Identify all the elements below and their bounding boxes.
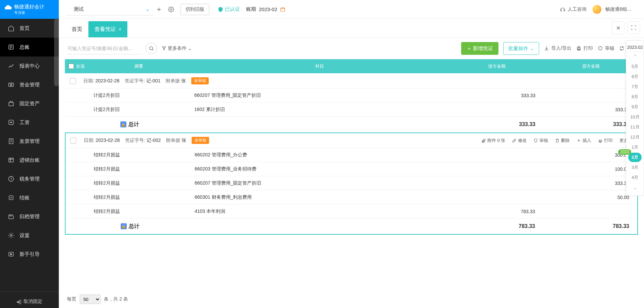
sidebar-item-9[interactable]: 结账 — [0, 188, 59, 207]
period-display: 账期 2023-02 — [246, 6, 285, 12]
app-logo: 畅捷通好会计 专业版 — [0, 0, 59, 19]
sidebar-icon — [7, 62, 15, 70]
user-menu[interactable]: 畅捷通B组... — [593, 5, 631, 14]
import-export-icon — [544, 46, 549, 51]
sidebar-item-3[interactable]: 资金管理 — [0, 75, 59, 94]
voucher-total-row: 🔒总计333.33333.33 — [65, 117, 638, 132]
scrollbar[interactable] — [54, 19, 59, 86]
switch-old-version-button[interactable]: 切到旧版 — [180, 4, 209, 15]
period-month[interactable]: 5月 — [628, 62, 642, 71]
page-size-select[interactable]: 50 — [80, 295, 100, 304]
calendar-icon[interactable] — [280, 7, 285, 12]
pin-icon: ◂|| — [16, 299, 21, 304]
print-button[interactable]: 打印 — [576, 45, 593, 51]
refresh-icon — [619, 46, 625, 51]
batch-operation-button[interactable]: 批量操作⌄ — [503, 42, 539, 55]
voucher-card[interactable]: 日期: 2023-02-28凭证字号: 记-002附单据 张未审核附件 0 张修… — [65, 132, 638, 235]
period-month[interactable]: 4月 — [628, 173, 642, 182]
select-all-checkbox[interactable]: 全选 — [65, 63, 88, 69]
voucher-entry-row[interactable]: 结转2月损益660202 管理费用_办公费300.00 — [66, 148, 637, 162]
sidebar-icon — [7, 213, 15, 220]
svg-rect-3 — [9, 83, 14, 86]
scroll-down-button[interactable]: ⌄ — [633, 183, 637, 192]
period-month[interactable]: 9月 — [628, 102, 642, 112]
insert-button[interactable]: 插入 — [576, 138, 591, 144]
sidebar-icon — [7, 175, 15, 183]
col-summary-header: 摘要 — [88, 63, 189, 69]
sidebar-item-2[interactable]: 报表中心 — [0, 56, 59, 75]
settings-icon-button[interactable] — [165, 3, 177, 15]
tab-view-voucher[interactable]: 查看凭证 × — [88, 21, 127, 37]
sidebar-item-12[interactable]: 新手引导 — [0, 245, 59, 264]
close-icon[interactable]: × — [119, 27, 121, 32]
edit-button[interactable]: 修改 — [512, 138, 527, 144]
sidebar-item-8[interactable]: 税务管理 — [0, 169, 59, 188]
attachment-link[interactable]: 附件 0 张 — [481, 138, 505, 144]
period-month[interactable]: 6月 — [628, 72, 642, 81]
consult-button[interactable]: 人工咨询 — [560, 6, 587, 12]
lock-icon: 🔒 — [121, 223, 127, 229]
sidebar-item-6[interactable]: 发票管理 — [0, 132, 59, 151]
scroll-up-button[interactable]: ⌃ — [633, 52, 637, 61]
sidebar-icon — [7, 156, 15, 164]
sidebar-icon — [7, 43, 15, 51]
more-conditions-button[interactable]: 更多条件 ⌄ — [162, 45, 192, 51]
voucher-entry-row[interactable]: 计提2月折旧660207 管理费用_固定资产折旧333.33 — [65, 88, 638, 103]
search-button[interactable] — [146, 43, 157, 54]
sidebar-icon — [7, 232, 15, 239]
toolbar: 更多条件 ⌄ ＋新增凭证 批量操作⌄ 导入/导出 打印 审核 刷新 — [59, 38, 644, 59]
voucher-entry-row[interactable]: 结转2月损益660301 财务费用_利息费用50.00 — [66, 190, 637, 204]
svg-rect-15 — [578, 46, 579, 48]
sidebar-icon — [7, 81, 15, 88]
grid: 全选 摘要 科目 借方金额 贷方金额 日期: 2023-02-28凭证字号: 记… — [59, 59, 644, 308]
add-company-button[interactable] — [153, 3, 165, 15]
unpin-button[interactable]: ◂|| 取消固定 — [0, 299, 59, 305]
period-month[interactable]: 3月 — [628, 163, 642, 172]
voucher-entry-row[interactable]: 结转2月损益660207 管理费用_固定资产折旧333.33 — [66, 176, 637, 190]
period-month[interactable]: 7月 — [628, 82, 642, 91]
company-name: 测试 — [74, 6, 84, 12]
voucher-total-row: 🔒总计783.33783.33 — [66, 219, 637, 234]
period-value[interactable]: 2023-02 — [259, 6, 277, 12]
top-bar: 测试 ⌄ 切到旧版 已认证 账期 2023-02 人工咨询 畅捷通B组... — [0, 0, 644, 19]
sidebar-item-11[interactable]: 设置 — [0, 226, 59, 245]
sidebar-item-1[interactable]: 总账 — [0, 38, 59, 56]
import-export-button[interactable]: 导入/导出 — [544, 45, 571, 51]
row-checkbox[interactable] — [70, 138, 76, 144]
svg-point-0 — [170, 8, 172, 10]
sidebar-item-10[interactable]: 归档管理 — [0, 207, 59, 226]
sidebar-item-0[interactable]: 首页 — [0, 19, 59, 38]
voucher-entry-row[interactable]: 结转2月损益660203 管理费用_业务招待费100.00 — [66, 162, 637, 176]
delete-button[interactable]: 删除 — [555, 138, 570, 144]
sidebar-item-7[interactable]: 进销台账 — [0, 151, 59, 169]
close-tab-button[interactable]: ✕ — [612, 22, 625, 34]
sidebar-item-5[interactable]: 工资 — [0, 113, 59, 132]
search-input[interactable] — [67, 42, 141, 54]
new-voucher-button[interactable]: ＋新增凭证 — [461, 42, 498, 55]
svg-point-4 — [10, 84, 12, 86]
period-month[interactable]: 8月 — [628, 92, 642, 102]
company-dropdown[interactable]: 测试 ⌄ — [66, 3, 153, 15]
sidebar-icon — [7, 194, 15, 201]
sidebar-item-4[interactable]: 固定资产 — [0, 94, 59, 113]
sidebar-icon — [7, 100, 15, 107]
voucher-entry-row[interactable]: 计提2月折旧1602 累计折旧333.33 — [65, 103, 638, 117]
print-row-button[interactable]: 打印 — [598, 138, 613, 144]
voucher-entry-row[interactable]: 结转2月损益4103 本年利润783.33 — [66, 204, 637, 219]
audit-button[interactable]: 审核 — [533, 138, 548, 144]
logo-subtitle: 专业版 — [14, 10, 59, 15]
svg-rect-18 — [600, 141, 601, 142]
sidebar: 首页总账报表中心资金管理固定资产工资发票管理进销台账税务管理结账归档管理设置新手… — [0, 19, 59, 308]
fullscreen-button[interactable]: ⛶ — [627, 22, 640, 34]
svg-point-13 — [150, 47, 153, 50]
period-month[interactable]: 12月 — [628, 132, 642, 142]
audit-button[interactable]: 审核 — [598, 45, 614, 51]
period-month[interactable]: 10月 — [628, 112, 642, 122]
svg-rect-7 — [9, 139, 13, 144]
row-checkbox[interactable] — [70, 78, 76, 84]
period-month[interactable]: 11月 — [628, 122, 642, 132]
tab-home[interactable]: 首页 — [66, 21, 88, 37]
period-panel: 2023.02 ⌃ 5月6月7月8月9月10月11月12月1月2月3月4月 ⌄ — [626, 40, 644, 196]
voucher-card[interactable]: 日期: 2023-02-28凭证字号: 记-001附单据 张未审核计提2月折旧6… — [65, 73, 638, 132]
logo-title: 畅捷通好会计 — [14, 4, 59, 10]
